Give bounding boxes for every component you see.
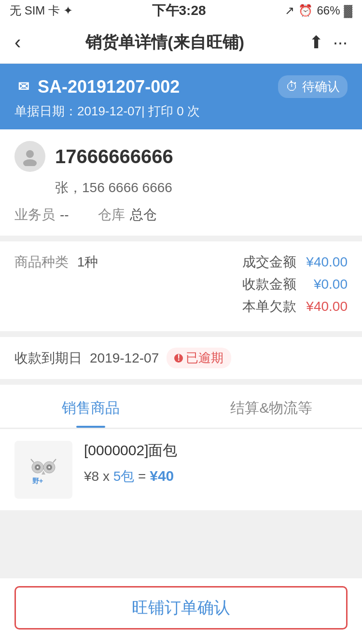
order-icon: ✉ — [14, 80, 32, 94]
customer-avatar — [14, 141, 45, 172]
status-left: 无 SIM 卡 ✦ — [10, 3, 73, 18]
received-amount: ¥0.00 — [314, 277, 348, 292]
order-id-text: SA-20191207-002 — [38, 77, 180, 97]
customer-meta: 业务员 -- 仓库 总仓 — [14, 206, 348, 224]
battery-status: 66% — [317, 4, 340, 17]
product-total: ¥40 — [150, 468, 174, 484]
goods-type-value: 1种 — [77, 254, 98, 269]
customer-name: 张，156 6666 6666 — [14, 179, 348, 197]
battery-icon: ▓ — [344, 4, 352, 17]
transaction-amount: ¥40.00 — [306, 254, 348, 270]
product-item: 野+ [0000002]面包 ¥8 x 5包 = ¥40 — [14, 441, 348, 499]
confirm-order-button[interactable]: 旺铺订单确认 — [14, 586, 348, 630]
tabs-bar: 销售商品 结算&物流等 — [0, 385, 362, 428]
amounts-block: 成交金额 ¥40.00 收款金额 ¥0.00 本单欠款 ¥40.00 — [242, 253, 348, 320]
transaction-row: 成交金额 ¥40.00 — [242, 253, 348, 271]
price-separator: = — [134, 469, 150, 484]
product-name: [0000002]面包 — [84, 441, 348, 461]
customer-phone: 17666666666 — [55, 146, 173, 168]
order-id: ✉ SA-20191207-002 — [14, 77, 180, 97]
received-row: 收款金额 ¥0.00 — [242, 275, 348, 294]
svg-point-0 — [26, 150, 34, 158]
svg-point-6 — [37, 466, 39, 468]
location-icon: ↗ — [285, 4, 294, 17]
warehouse-label: 仓库 — [98, 206, 125, 224]
owed-row: 本单欠款 ¥40.00 — [242, 297, 348, 316]
overdue-text: 已逾期 — [186, 350, 223, 366]
nav-title: 销货单详情(来自旺铺) — [85, 31, 244, 54]
bottom-bar: 旺铺订单确认 — [0, 578, 362, 644]
order-date-label: 单据日期： — [14, 104, 77, 118]
received-label: 收款金额 — [242, 275, 296, 294]
status-time: 下午3:28 — [152, 1, 206, 20]
summary-card: 商品种类 1种 成交金额 ¥40.00 收款金额 ¥0.00 本单欠款 ¥40.… — [0, 241, 362, 331]
sim-status: 无 SIM 卡 ✦ — [10, 3, 73, 18]
order-status: ⏱ 待确认 — [278, 75, 348, 98]
goods-type-field: 商品种类 1种 — [14, 253, 98, 271]
more-icon[interactable]: ··· — [333, 32, 348, 53]
transaction-label: 成交金额 — [242, 253, 296, 271]
customer-header: 17666666666 — [14, 141, 348, 172]
product-info: [0000002]面包 ¥8 x 5包 = ¥40 — [84, 441, 348, 486]
order-header: ✉ SA-20191207-002 ⏱ 待确认 单据日期：2019-12-07|… — [0, 64, 362, 129]
confirm-order-label: 旺铺订单确认 — [132, 597, 230, 619]
salesperson-label: 业务员 — [14, 206, 55, 224]
nav-bar: ‹ 销货单详情(来自旺铺) ⬆ ··· — [0, 21, 362, 64]
tab-settlement[interactable]: 结算&物流等 — [181, 385, 362, 428]
due-date-card: 收款到期日 2019-12-07 ! 已逾期 — [0, 337, 362, 379]
warehouse-value: 总仓 — [130, 206, 157, 224]
overdue-exclamation-icon: ! — [174, 354, 183, 363]
status-bar: 无 SIM 卡 ✦ 下午3:28 ↗ ⏰ 66% ▓ — [0, 0, 362, 21]
price-text: ¥8 x — [84, 469, 113, 484]
goods-type-label: 商品种类 — [14, 254, 69, 269]
export-icon[interactable]: ⬆ — [309, 32, 323, 53]
customer-card: 17666666666 张，156 6666 6666 业务员 -- 仓库 总仓 — [0, 129, 362, 236]
nav-actions: ⬆ ··· — [309, 32, 348, 53]
salesperson-value: -- — [60, 207, 69, 223]
print-info: | 打印 0 次 — [141, 104, 200, 118]
order-date: 单据日期：2019-12-07| 打印 0 次 — [14, 103, 348, 120]
product-thumbnail: 野+ — [14, 441, 72, 499]
svg-point-7 — [48, 466, 50, 468]
status-right: ↗ ⏰ 66% ▓ — [285, 4, 352, 17]
overdue-badge: ! 已逾期 — [167, 348, 231, 368]
status-clock-icon: ⏱ — [286, 79, 298, 94]
order-date-value: 2019-12-07 — [77, 104, 141, 118]
product-price: ¥8 x 5包 = ¥40 — [84, 467, 348, 486]
due-date-label: 收款到期日 — [14, 349, 82, 367]
svg-line-10 — [53, 459, 56, 462]
back-button[interactable]: ‹ — [14, 31, 21, 53]
salesperson-field: 业务员 -- — [14, 206, 69, 224]
svg-text:野+: 野+ — [32, 477, 43, 485]
owed-amount: ¥40.00 — [306, 299, 348, 314]
tab-sales-products[interactable]: 销售商品 — [0, 385, 181, 428]
svg-point-1 — [23, 159, 37, 166]
product-qty: 5包 — [113, 469, 135, 484]
alarm-icon: ⏰ — [298, 4, 313, 17]
warehouse-field: 仓库 总仓 — [98, 206, 157, 224]
tab-settlement-label: 结算&物流等 — [230, 400, 312, 416]
due-date-value: 2019-12-07 — [90, 350, 159, 366]
status-text: 待确认 — [302, 78, 340, 95]
svg-line-9 — [31, 459, 34, 462]
order-id-row: ✉ SA-20191207-002 ⏱ 待确认 — [14, 75, 348, 98]
owed-label: 本单欠款 — [242, 297, 296, 316]
product-section: 野+ [0000002]面包 ¥8 x 5包 = ¥40 — [0, 429, 362, 510]
tab-sales-products-label: 销售商品 — [62, 400, 120, 416]
